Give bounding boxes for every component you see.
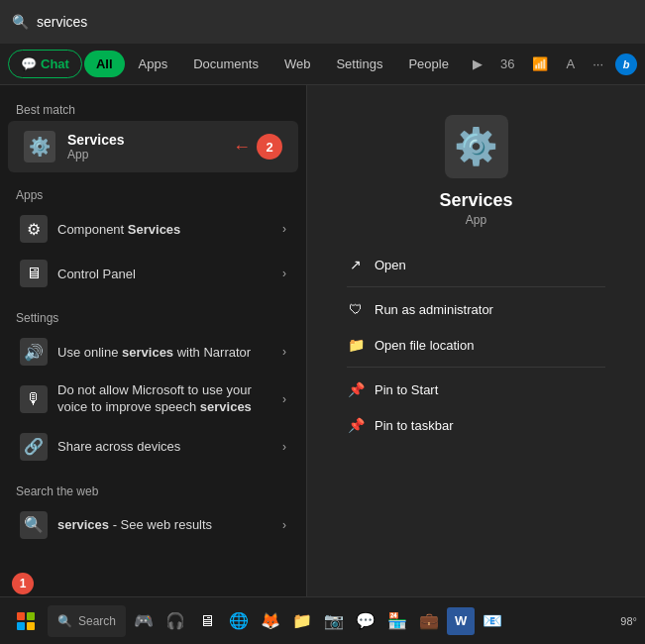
chevron-right-icon: › xyxy=(282,222,286,236)
tab-chat[interactable]: 💬 Chat xyxy=(8,50,82,78)
windows-logo xyxy=(17,612,35,630)
component-services-item[interactable]: ⚙ Component Services › xyxy=(4,207,302,251)
badge-1: 1 xyxy=(12,573,34,594)
tab-apps[interactable]: Apps xyxy=(127,51,180,77)
tab-settings[interactable]: Settings xyxy=(324,51,394,77)
web-search-item[interactable]: 🔍 services - See web results › xyxy=(4,503,302,547)
play-button[interactable]: ▶ xyxy=(467,53,488,75)
taskbar-briefcase-icon[interactable]: 💼 xyxy=(415,607,443,635)
action-pin-start[interactable]: 📌 Pin to Start xyxy=(335,372,617,407)
pin-start-icon: 📌 xyxy=(347,380,365,398)
web-section-label: Search the web xyxy=(0,479,306,502)
taskbar-search[interactable]: 🔍 Search xyxy=(48,605,126,637)
share-icon: 🔗 xyxy=(20,433,48,461)
setting-voice-item[interactable]: 🎙 Do not allow Microsoft to use your voi… xyxy=(4,375,302,424)
taskbar-search-icon: 🔍 xyxy=(57,614,72,628)
taskbar-camera-icon[interactable]: 📷 xyxy=(320,607,348,635)
temperature-display: 98° xyxy=(620,615,637,627)
more-button[interactable]: ··· xyxy=(587,53,609,75)
taskbar-word-icon[interactable]: W xyxy=(447,607,475,635)
web-search-icon: 🔍 xyxy=(20,511,48,539)
taskbar-monitor-icon[interactable]: 🖥 xyxy=(193,607,221,635)
search-bar: 🔍 xyxy=(0,0,645,44)
admin-icon: 🛡 xyxy=(347,300,365,318)
tab-documents[interactable]: Documents xyxy=(181,51,270,77)
taskbar-browser-icon[interactable]: 🌐 xyxy=(225,607,253,635)
taskbar-sys: 98° xyxy=(620,615,637,627)
control-panel-label: Control Panel xyxy=(57,267,136,281)
action-open-location[interactable]: 📁 Open file location xyxy=(335,327,617,363)
taskbar-headset-icon[interactable]: 🎧 xyxy=(161,607,189,635)
chevron-right-icon-5: › xyxy=(282,440,286,454)
setting-share-label: Share across devices xyxy=(57,439,180,454)
chevron-right-icon-6: › xyxy=(282,518,286,532)
bing-icon[interactable]: b xyxy=(615,54,637,75)
left-panel: Best match ⚙️ Services App ← 2 Apps ⚙ Co… xyxy=(0,85,307,596)
tab-extras: ▶ 36 📶 A ··· b xyxy=(467,53,637,75)
chat-icon: 💬 xyxy=(21,56,37,71)
taskbar-firefox-icon[interactable]: 🦊 xyxy=(257,607,284,635)
web-search-label: services - See web results xyxy=(57,517,212,532)
action-open[interactable]: ↗ Open xyxy=(335,247,617,282)
control-panel-item[interactable]: 🖥 Control Panel › xyxy=(4,252,302,295)
tab-all[interactable]: All xyxy=(84,51,125,77)
pin-taskbar-icon: 📌 xyxy=(347,416,365,434)
open-icon: ↗ xyxy=(347,256,365,273)
services-icon: ⚙️ xyxy=(24,131,55,162)
chevron-right-icon-4: › xyxy=(282,392,286,406)
apps-section-label: Apps xyxy=(0,182,306,206)
taskbar-gamepad-icon[interactable]: 🎮 xyxy=(130,607,158,635)
red-arrow-icon: ← xyxy=(233,137,251,158)
right-panel: ⚙️ Services App ↗ Open 🛡 Run as administ… xyxy=(307,85,645,596)
search-icon: 🔍 xyxy=(12,14,29,30)
taskbar-email-icon[interactable]: 📧 xyxy=(479,607,506,635)
narrator-icon: 🔊 xyxy=(20,338,48,366)
taskbar-store-icon[interactable]: 🏪 xyxy=(383,607,411,635)
action-divider-2 xyxy=(347,367,605,368)
app-icon-large: ⚙️ xyxy=(445,115,508,178)
main-content: Best match ⚙️ Services App ← 2 Apps ⚙ Co… xyxy=(0,85,645,596)
app-sub-large: App xyxy=(466,213,486,227)
chevron-right-icon-3: › xyxy=(282,345,286,359)
action-pin-taskbar[interactable]: 📌 Pin to taskbar xyxy=(335,407,617,443)
badge-2: 2 xyxy=(257,134,282,160)
component-services-icon: ⚙ xyxy=(20,215,48,243)
setting-narrator-item[interactable]: 🔊 Use online services with Narrator › xyxy=(4,330,302,374)
voice-icon: 🎙 xyxy=(20,385,48,413)
best-match-label: Best match xyxy=(0,97,306,121)
tab-people[interactable]: People xyxy=(396,51,460,77)
best-match-title: Services xyxy=(67,132,125,148)
settings-section-label: Settings xyxy=(0,305,306,329)
taskbar-chat-icon[interactable]: 💬 xyxy=(352,607,379,635)
best-match-item[interactable]: ⚙️ Services App ← 2 xyxy=(8,121,298,172)
action-divider-1 xyxy=(347,286,605,287)
setting-narrator-label: Use online services with Narrator xyxy=(57,345,251,360)
taskbar-folder-icon[interactable]: 📁 xyxy=(288,607,316,635)
app-title-large: Services xyxy=(439,190,512,211)
folder-icon: 📁 xyxy=(347,336,365,354)
taskbar: 🔍 Search 🎮 🎧 🖥 🌐 🦊 📁 📷 💬 🏪 💼 W 📧 98° xyxy=(0,596,645,644)
wifi-icon: 📶 xyxy=(526,53,554,75)
tab-bar: 💬 Chat All Apps Documents Web Settings P… xyxy=(0,44,645,85)
setting-share-item[interactable]: 🔗 Share across devices › xyxy=(4,425,302,469)
setting-voice-label: Do not allow Microsoft to use your voice… xyxy=(57,382,256,416)
action-list: ↗ Open 🛡 Run as administrator 📁 Open fil… xyxy=(327,247,625,443)
action-run-admin[interactable]: 🛡 Run as administrator xyxy=(335,291,617,327)
start-button[interactable] xyxy=(8,603,44,639)
component-services-label: Component Services xyxy=(57,222,180,237)
search-input[interactable] xyxy=(37,14,633,30)
tab-web[interactable]: Web xyxy=(272,51,323,77)
control-panel-icon: 🖥 xyxy=(20,260,48,287)
chevron-right-icon-2: › xyxy=(282,267,286,280)
best-match-subtitle: App xyxy=(67,148,125,161)
